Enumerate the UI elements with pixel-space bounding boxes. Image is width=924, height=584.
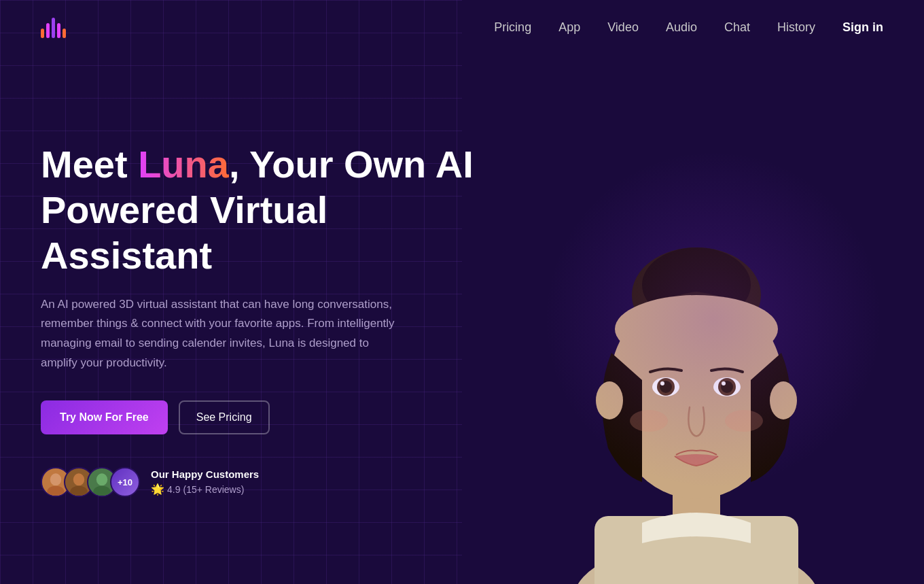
svg-point-1 [50,473,61,485]
svg-point-15 [615,295,778,363]
avatar-stack: +10 [41,467,140,497]
svg-point-4 [73,473,84,485]
rating-value: 4.9 [167,484,180,495]
hero-description: An AI powered 3D virtual assistant that … [41,295,401,374]
logo[interactable] [41,16,66,38]
customer-rating: 🌟 4.9 (15+ Reviews) [151,483,259,496]
hero-section: Meet Luna, Your Own AI Powered Virtual A… [0,54,924,584]
avatar-plus: +10 [110,467,140,497]
logo-icon [41,16,66,38]
nav-pricing[interactable]: Pricing [494,20,531,34]
nav-signin[interactable]: Sign in [842,20,883,34]
svg-point-19 [660,381,664,385]
svg-point-25 [770,381,797,419]
avatar-wrapper [510,54,883,584]
nav-history[interactable]: History [777,20,815,34]
nav-links: Pricing App Video Audio Chat History Sig… [494,20,883,35]
nav-audio[interactable]: Audio [666,20,697,34]
hero-title-prefix: Meet [41,143,138,186]
customer-info: Our Happy Customers 🌟 4.9 (15+ Reviews) [151,468,259,496]
try-now-button[interactable]: Try Now For Free [41,400,168,434]
navbar: Pricing App Video Audio Chat History Sig… [0,0,924,54]
customer-label: Our Happy Customers [151,468,259,480]
nav-video[interactable]: Video [607,20,639,34]
nav-chat[interactable]: Chat [724,20,750,34]
nav-app[interactable]: App [558,20,580,34]
svg-point-7 [96,473,107,485]
reviews-count: (15+ Reviews) [183,484,244,495]
avatar-3d-svg [554,122,839,584]
hero-buttons: Try Now For Free See Pricing [41,400,504,434]
customers-section: +10 Our Happy Customers 🌟 4.9 (15+ Revie… [41,467,504,497]
see-pricing-button[interactable]: See Pricing [179,400,270,434]
star-icon: 🌟 [151,483,164,496]
svg-point-26 [630,410,668,432]
svg-point-23 [722,381,726,385]
hero-title: Meet Luna, Your Own AI Powered Virtual A… [41,141,504,279]
hero-image [504,54,883,584]
svg-point-27 [725,410,763,432]
hero-title-brand: Luna [138,143,229,186]
hero-content: Meet Luna, Your Own AI Powered Virtual A… [41,141,504,497]
svg-point-24 [596,381,623,419]
